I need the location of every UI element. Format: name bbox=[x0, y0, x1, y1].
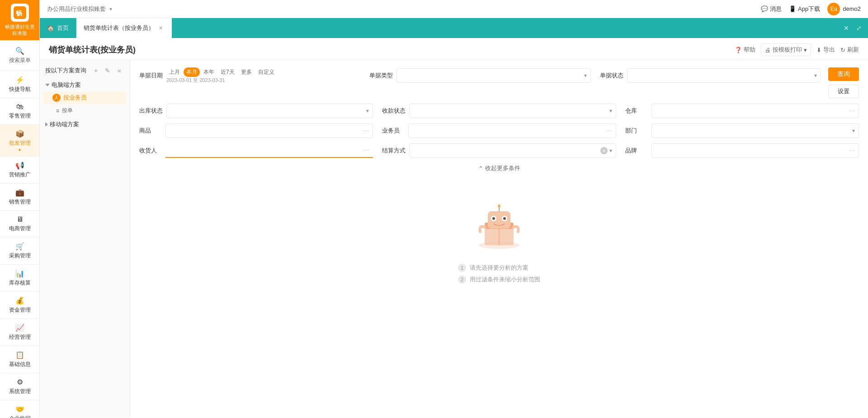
desktop-scheme-label: 电脑端方案 bbox=[52, 81, 81, 89]
avatar: Ea bbox=[827, 3, 840, 15]
out-status-input[interactable]: ▾ bbox=[166, 104, 373, 118]
inventory-icon: 📊 bbox=[15, 269, 24, 278]
finance-icon: 💰 bbox=[15, 296, 24, 305]
quick-nav-button[interactable]: ⚡ 快捷导航 bbox=[0, 71, 39, 98]
print-icon: 🖨 bbox=[765, 47, 771, 53]
add-scheme-button[interactable]: + bbox=[91, 66, 101, 76]
message-button[interactable]: 💬 消息 bbox=[761, 5, 782, 13]
sidebar-item-retail[interactable]: 🛍 零售管理 bbox=[0, 98, 39, 125]
app-download-label: App下载 bbox=[798, 5, 820, 13]
empty-tip-1: 1 请先选择要分析的方案 bbox=[458, 264, 540, 272]
breadcrumb-dropdown-icon[interactable]: ▾ bbox=[109, 6, 112, 12]
filter-order-type: 单据类型 ▾ bbox=[369, 67, 590, 84]
tip-1-text: 请先选择要分析的方案 bbox=[470, 264, 528, 272]
basic-icon: 📋 bbox=[15, 351, 24, 359]
query-button[interactable]: 查询 bbox=[828, 67, 859, 81]
desktop-scheme-title[interactable]: 电脑端方案 bbox=[43, 79, 126, 91]
sidebar-item-wholesale[interactable]: 📦 批发管理 ▲ bbox=[0, 125, 39, 157]
operations-label: 经营管理 bbox=[9, 333, 31, 341]
sidebar-item-operations[interactable]: 📈 经营管理 bbox=[0, 319, 39, 346]
sidebar-item-finance[interactable]: 💰 资金管理 bbox=[0, 292, 39, 319]
settlement-input[interactable]: ✕ ▾ bbox=[409, 143, 616, 158]
retail-icon: 🛍 bbox=[16, 103, 24, 111]
tab-sales-stat-close[interactable]: ✕ bbox=[157, 24, 164, 32]
order-status-chevron: ▾ bbox=[814, 72, 817, 79]
export-label: 导出 bbox=[823, 46, 835, 54]
tab-close-all-button[interactable]: ✕ bbox=[841, 23, 852, 33]
warehouse-input[interactable]: ··· bbox=[651, 104, 859, 118]
collapse-panel-button[interactable]: « bbox=[114, 66, 124, 76]
date-tab-custom[interactable]: 自定义 bbox=[255, 67, 277, 77]
export-button[interactable]: ⬇ 导出 bbox=[816, 46, 835, 54]
wholesale-icon: 📦 bbox=[15, 129, 24, 138]
tip-2-text: 用过滤条件来缩小分析范围 bbox=[470, 276, 540, 284]
receiver-label: 收货人 bbox=[139, 147, 162, 155]
top-header: 办公用品行业模拟账套 ▾ 💬 消息 📱 App下载 Ea demo2 bbox=[40, 0, 868, 18]
receipt-status-input[interactable]: ▾ bbox=[409, 104, 616, 118]
mobile-scheme-title[interactable]: 移动端方案 bbox=[43, 119, 126, 130]
edit-scheme-button[interactable]: ✎ bbox=[103, 66, 113, 76]
app-download-button[interactable]: 📱 App下载 bbox=[789, 5, 820, 13]
mobile-scheme-group: 移动端方案 bbox=[40, 119, 130, 130]
filter-brand: 品牌 ··· bbox=[625, 143, 859, 158]
date-tab-7days[interactable]: 近7天 bbox=[218, 67, 237, 77]
scheme-item-by-order[interactable]: ≡ 按单 bbox=[43, 104, 126, 117]
settings-button[interactable]: 设置 bbox=[828, 85, 859, 98]
order-icon: ≡ bbox=[56, 108, 59, 114]
date-tab-thismonth[interactable]: 本月 bbox=[184, 67, 200, 77]
refresh-icon: ↻ bbox=[840, 47, 845, 53]
sidebar-item-sales[interactable]: 💼 销售管理 bbox=[0, 184, 39, 211]
collapse-filters-button[interactable]: ⌃ 收起更多条件 bbox=[139, 162, 859, 175]
template-print-button[interactable]: 🖨 按模板打印 ▾ bbox=[761, 43, 811, 56]
user-area[interactable]: Ea demo2 bbox=[827, 3, 861, 15]
receiver-input[interactable]: ··· bbox=[165, 143, 373, 158]
sidebar-item-cooperation[interactable]: 🤝 企业协同 bbox=[0, 400, 39, 418]
brand-input[interactable]: ··· bbox=[651, 143, 859, 158]
template-print-label: 按模板打印 bbox=[773, 46, 802, 54]
refresh-button[interactable]: ↻ 刷新 bbox=[840, 46, 859, 54]
filter-date: 单据日期 上月 本月 本年 近7天 更多 自定义 20 bbox=[139, 67, 360, 84]
date-tabs-row: 上月 本月 本年 近7天 更多 自定义 bbox=[166, 67, 360, 77]
date-label: 单据日期 bbox=[139, 71, 163, 80]
quick-nav-label: 快捷导航 bbox=[9, 86, 31, 93]
filter-order-status: 单据状态 ▾ bbox=[600, 67, 821, 84]
mobile-scheme-label: 移动端方案 bbox=[50, 120, 79, 128]
sidebar-item-basic[interactable]: 📋 基础信息 bbox=[0, 346, 39, 373]
salesperson-input[interactable]: ··· bbox=[408, 124, 616, 138]
help-button[interactable]: ❓ 帮助 bbox=[735, 46, 755, 54]
settlement-clear-button[interactable]: ✕ bbox=[600, 147, 608, 154]
date-tab-lastmonth[interactable]: 上月 bbox=[166, 67, 183, 77]
filter-cols-1: 单据日期 上月 本月 本年 近7天 更多 自定义 20 bbox=[139, 67, 821, 84]
sidebar: 畅 畅捷通好生意标准版 🔍 搜索菜单 ⚡ 快捷导航 🛍 零售管理 📦 批发管理 … bbox=[0, 0, 40, 418]
body-area: 按以下方案查询 + ✎ « bbox=[40, 60, 868, 418]
salesperson-label: 业务员 bbox=[382, 127, 405, 135]
empty-tips: 1 请先选择要分析的方案 2 用过滤条件来缩小分析范围 bbox=[458, 264, 540, 284]
sidebar-item-marketing[interactable]: 📢 营销推广 bbox=[0, 157, 39, 184]
search-menu-button[interactable]: 🔍 搜索菜单 bbox=[0, 44, 39, 67]
app-logo[interactable]: 畅 畅捷通好生意标准版 bbox=[0, 0, 40, 40]
sidebar-item-ecommerce[interactable]: 🖥 电商管理 bbox=[0, 211, 39, 238]
left-panel-icons: + ✎ « bbox=[91, 66, 124, 76]
order-type-input[interactable]: ▾ bbox=[396, 68, 590, 83]
tab-home[interactable]: 🏠 首页 bbox=[40, 18, 76, 38]
department-input[interactable]: ▾ bbox=[651, 124, 859, 138]
tab-maximize-button[interactable]: ⤢ bbox=[854, 23, 864, 33]
collapse-chevron-icon: ⌃ bbox=[478, 165, 483, 172]
date-tab-thisyear[interactable]: 本年 bbox=[201, 67, 217, 77]
goods-input[interactable]: ··· bbox=[165, 124, 373, 138]
content-area: 销货单统计表(按业务员) ❓ 帮助 🖨 按模板打印 ▾ ⬇ 导出 ↻ 刷新 bbox=[40, 38, 868, 418]
sidebar-item-purchase[interactable]: 🛒 采购管理 bbox=[0, 238, 39, 265]
page-actions-bar: ❓ 帮助 🖨 按模板打印 ▾ ⬇ 导出 ↻ 刷新 bbox=[735, 43, 859, 56]
right-panel: 单据日期 上月 本月 本年 近7天 更多 自定义 20 bbox=[130, 60, 868, 418]
purchase-icon: 🛒 bbox=[15, 242, 24, 251]
date-tab-more[interactable]: 更多 bbox=[238, 67, 255, 77]
sidebar-item-inventory[interactable]: 📊 库存核算 bbox=[0, 265, 39, 292]
settlement-chevron: ▾ bbox=[609, 147, 612, 154]
sidebar-item-system[interactable]: ⚙ 系统管理 bbox=[0, 373, 39, 400]
export-icon: ⬇ bbox=[816, 47, 821, 53]
scheme-item-by-staff[interactable]: 人 按业务员 bbox=[43, 91, 126, 104]
tab-sales-stat[interactable]: 销货单统计表（按业务员） ✕ bbox=[76, 18, 172, 38]
order-status-input[interactable]: ▾ bbox=[627, 68, 821, 83]
help-icon: ❓ bbox=[735, 47, 742, 53]
collapse-icon: « bbox=[118, 67, 121, 74]
